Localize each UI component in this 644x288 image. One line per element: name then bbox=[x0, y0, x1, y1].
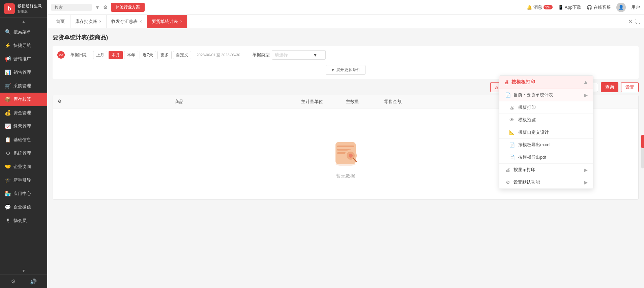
tab-home[interactable]: 首页 bbox=[51, 15, 70, 28]
date-btn-this-month[interactable]: 本月 bbox=[109, 51, 123, 59]
messages-badge: 99+ bbox=[544, 5, 553, 9]
dropdown-item-template-print[interactable]: 🖨 模板打印 bbox=[499, 101, 593, 114]
dropdown-item-template-preview[interactable]: 👁 模板预览 bbox=[499, 114, 593, 126]
tab-receipt-summary[interactable]: 收发存汇总表 × bbox=[107, 15, 147, 28]
dropdown-item-set-default[interactable]: ⚙ 设置默认功能 ▶ bbox=[499, 176, 593, 189]
date-range-display: 2023-06-01 至 2023-06-30 bbox=[197, 53, 240, 58]
tab-order-stats[interactable]: 要货单统计表 × bbox=[147, 15, 187, 28]
set-default-icon: ⚙ bbox=[505, 180, 511, 185]
sidebar-item-apps[interactable]: 🏪 应用中心 bbox=[0, 187, 47, 200]
sidebar-item-basic[interactable]: 📋 基础信息 bbox=[0, 133, 47, 147]
col-unit: 主计量单位 bbox=[292, 99, 332, 105]
date-btn-7days[interactable]: 近7天 bbox=[140, 51, 156, 59]
template-preview-icon: 👁 bbox=[509, 117, 515, 123]
tab-close-inventory-batch[interactable]: × bbox=[99, 19, 101, 24]
shortcut-icon: ⚡ bbox=[5, 42, 11, 49]
sidebar-item-system[interactable]: ⚙ 系统管理 bbox=[0, 147, 47, 160]
col-qty: 主数量 bbox=[332, 99, 373, 105]
expand-more-btn[interactable]: ▼ 展开更多条件 bbox=[326, 65, 365, 75]
topbar-search-input[interactable] bbox=[51, 4, 92, 11]
content-area: 要货单统计表(按商品) << 单据日期 上月 本月 本年 近7天 更多 自定义 … bbox=[47, 28, 644, 288]
bill-type-arrow: ▼ bbox=[313, 53, 317, 58]
topbar-gear-icon[interactable]: ⚙ bbox=[103, 4, 108, 10]
main-area: ▼ ⚙ 体验行业方案 🔔 消息 99+ 📱 App下载 🎧 在线客服 👤 用户 … bbox=[47, 0, 644, 288]
basic-icon: 📋 bbox=[5, 137, 11, 143]
app-download-btn[interactable]: 📱 App下载 bbox=[558, 4, 581, 10]
sidebar-item-collab[interactable]: 🤝 企业协同 bbox=[0, 160, 47, 173]
col-settings[interactable]: ⚙ bbox=[53, 99, 66, 105]
sales-icon: 📊 bbox=[5, 69, 11, 75]
tab-close-receipt-summary[interactable]: × bbox=[140, 19, 142, 24]
sidebar-item-inventory[interactable]: 📦 库存核算 bbox=[0, 93, 47, 106]
date-btn-this-year[interactable]: 本年 bbox=[124, 51, 138, 59]
template-export-excel-icon: 📄 bbox=[509, 142, 515, 148]
template-export-pdf-icon: 📄 bbox=[509, 155, 515, 160]
tab-close-order-stats[interactable]: × bbox=[180, 19, 182, 24]
dropdown-title: 按模板打印 bbox=[511, 79, 535, 85]
date-btn-more[interactable]: 更多 bbox=[157, 51, 172, 59]
sidebar-item-member[interactable]: 🎖 畅会员 bbox=[0, 214, 47, 227]
sidebar-item-marketing[interactable]: 📢 营销推广 bbox=[0, 52, 47, 66]
apps-icon: 🏪 bbox=[5, 191, 11, 197]
tabbar-right: ✕ ⛶ bbox=[628, 18, 641, 25]
experience-btn[interactable]: 体验行业方案 bbox=[111, 3, 145, 12]
sidebar-bottom: ⚙ 🔊 bbox=[0, 275, 47, 288]
sidebar-item-wechat[interactable]: 💬 企业微信 bbox=[0, 200, 47, 214]
sidebar-item-shortcut[interactable]: ⚡ 快捷导航 bbox=[0, 39, 47, 52]
bill-type-filter: 单据类型 请选择 ▼ bbox=[252, 50, 326, 60]
date-btn-last-month[interactable]: 上月 bbox=[93, 51, 107, 59]
finance-icon: 💰 bbox=[5, 110, 11, 116]
dropdown-item-template-export-excel[interactable]: 📄 按模板导出excel bbox=[499, 139, 593, 151]
query-btn[interactable]: 查询 bbox=[601, 82, 618, 92]
topbar-dropdown-arrow[interactable]: ▼ bbox=[95, 5, 100, 10]
set-default-arrow: ▶ bbox=[584, 180, 588, 185]
collab-icon: 🤝 bbox=[5, 164, 11, 170]
dropdown-current-item[interactable]: 📄 当前：要货单统计表 ▶ bbox=[499, 89, 593, 101]
svg-rect-2 bbox=[337, 146, 354, 147]
tab-inventory-batch[interactable]: 库存批次账 × bbox=[70, 15, 107, 28]
print-header-icon: 🖨 bbox=[504, 79, 509, 85]
online-service-btn[interactable]: 🎧 在线客服 bbox=[587, 4, 611, 10]
sidebar-scroll-up[interactable]: ▲ bbox=[22, 19, 26, 24]
bill-type-select[interactable]: 请选择 ▼ bbox=[272, 50, 326, 60]
search-icon: 🔍 bbox=[5, 29, 11, 35]
sidebar-item-sales[interactable]: 📊 销售管理 bbox=[0, 66, 47, 79]
inventory-icon: 📦 bbox=[5, 96, 11, 102]
sidebar-item-guide[interactable]: 🎓 新手引导 bbox=[0, 173, 47, 187]
dropdown-close-btn[interactable]: ▲ bbox=[583, 79, 588, 85]
dropdown-item-template-export-pdf[interactable]: 📄 按模板导出pdf bbox=[499, 151, 593, 164]
sidebar-item-purchase[interactable]: 🛒 采购管理 bbox=[0, 79, 47, 93]
messages-btn[interactable]: 🔔 消息 99+ bbox=[527, 4, 553, 10]
wechat-icon: 💬 bbox=[5, 204, 11, 210]
scrollbar-track[interactable] bbox=[641, 135, 644, 168]
sidebar-sound-btn[interactable]: 🔊 bbox=[30, 278, 37, 285]
sidebar-item-finance[interactable]: 💰 资金管理 bbox=[0, 106, 47, 120]
display-print-icon: 🖨 bbox=[505, 167, 511, 172]
bill-type-label: 单据类型 bbox=[252, 52, 270, 58]
print-icon: 🖨 bbox=[495, 85, 499, 90]
empty-illustration bbox=[329, 135, 362, 169]
app-logo: b 畅捷通好生意 标准版 bbox=[0, 0, 47, 18]
dropdown-item-template-design[interactable]: 📐 模板自定义设计 bbox=[499, 126, 593, 139]
filter-toggle-btn[interactable]: << bbox=[57, 51, 65, 59]
tabbar: 首页 库存批次账 × 收发存汇总表 × 要货单统计表 × ✕ ⛶ bbox=[47, 15, 644, 28]
sidebar-scroll-down[interactable]: ▼ bbox=[22, 268, 26, 273]
sidebar-item-operation[interactable]: 📈 经营管理 bbox=[0, 120, 47, 133]
print-dropdown: 🖨 按模板打印 ▲ 📄 当前：要货单统计表 ▶ 🖨 模板打印 👁 模板预览 bbox=[499, 75, 593, 189]
sidebar-item-search[interactable]: 🔍 搜索菜单 bbox=[0, 25, 47, 39]
scrollbar-thumb[interactable] bbox=[641, 135, 644, 148]
purchase-icon: 🛒 bbox=[5, 83, 11, 89]
template-print-icon: 🖨 bbox=[509, 105, 515, 110]
sidebar-settings-btn[interactable]: ⚙ bbox=[11, 278, 16, 285]
bill-type-value: 请选择 bbox=[275, 52, 288, 58]
headset-icon: 🎧 bbox=[587, 5, 592, 10]
tab-expand-icon[interactable]: ⛶ bbox=[635, 19, 641, 25]
settings-btn[interactable]: 设置 bbox=[621, 82, 639, 92]
date-btn-custom[interactable]: 自定义 bbox=[173, 51, 191, 59]
user-avatar[interactable]: 👤 bbox=[616, 3, 626, 12]
dropdown-item-display-print[interactable]: 🖨 按显示打印 ▶ bbox=[499, 164, 593, 176]
logo-icon: b bbox=[4, 3, 15, 14]
page-title: 要货单统计表(按商品) bbox=[53, 34, 639, 41]
tab-close-icon[interactable]: ✕ bbox=[628, 18, 633, 25]
expand-icon: ▼ bbox=[331, 68, 335, 72]
